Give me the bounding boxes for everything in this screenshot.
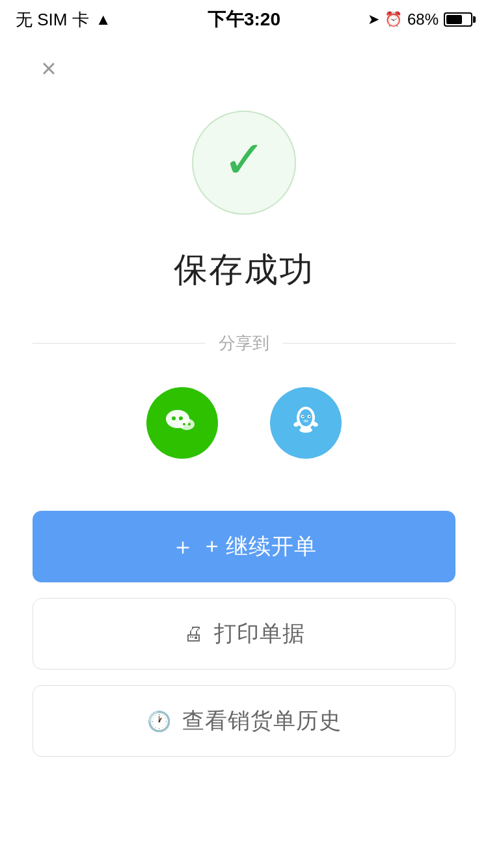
share-section: 分享到 [33,332,455,459]
success-circle: ✓ [192,111,296,215]
battery-text: 68% [407,10,439,29]
close-icon: × [41,55,56,81]
history-icon: 🕐 [147,710,172,733]
success-section: ✓ 保存成功 分享到 [33,111,455,498]
share-icons [146,387,342,459]
wechat-icon [163,401,202,446]
print-icon: 🖨 [183,623,204,645]
svg-rect-16 [301,427,311,431]
svg-point-3 [179,418,195,430]
success-title: 保存成功 [174,247,314,293]
svg-point-5 [188,423,191,426]
status-time: 下午3:20 [208,7,280,32]
share-label: 分享到 [206,332,282,355]
status-left: 无 SIM 卡 ▲ [16,8,111,31]
continue-button[interactable]: ＋ + 继续开单 [33,511,455,582]
alarm-icon: ⏰ [385,11,402,28]
svg-point-11 [309,416,310,417]
print-label: 打印单据 [214,619,305,649]
svg-point-7 [299,409,312,426]
continue-icon: ＋ [171,531,195,563]
action-buttons-wrapper: ＋ + 继续开单 🖨 打印单据 🕐 查看销货单历史 [0,511,488,757]
divider-right [282,343,455,344]
share-divider: 分享到 [33,332,455,355]
divider-left [33,343,206,344]
close-button[interactable]: × [33,52,65,85]
no-sim-text: 无 SIM 卡 [16,8,89,31]
svg-point-10 [303,416,304,417]
svg-point-1 [172,416,176,420]
action-buttons: ＋ + 继续开单 🖨 打印单据 🕐 查看销货单历史 [33,511,455,757]
qq-icon [286,401,325,446]
history-label: 查看销货单历史 [182,706,342,736]
wifi-icon: ▲ [96,10,111,29]
location-icon: ➤ [368,11,379,28]
svg-point-4 [183,423,185,426]
status-bar: 无 SIM 卡 ▲ 下午3:20 ➤ ⏰ 68% [0,0,488,39]
battery-icon [444,12,472,27]
wechat-share-button[interactable] [146,387,218,459]
history-button[interactable]: 🕐 查看销货单历史 [33,685,455,757]
checkmark-icon: ✓ [223,134,266,186]
qq-share-button[interactable] [270,387,342,459]
continue-label: + 继续开单 [206,532,317,562]
status-right: ➤ ⏰ 68% [368,10,472,29]
svg-point-12 [303,420,308,422]
print-button[interactable]: 🖨 打印单据 [33,598,455,670]
main-content: × ✓ 保存成功 分享到 [0,39,488,498]
